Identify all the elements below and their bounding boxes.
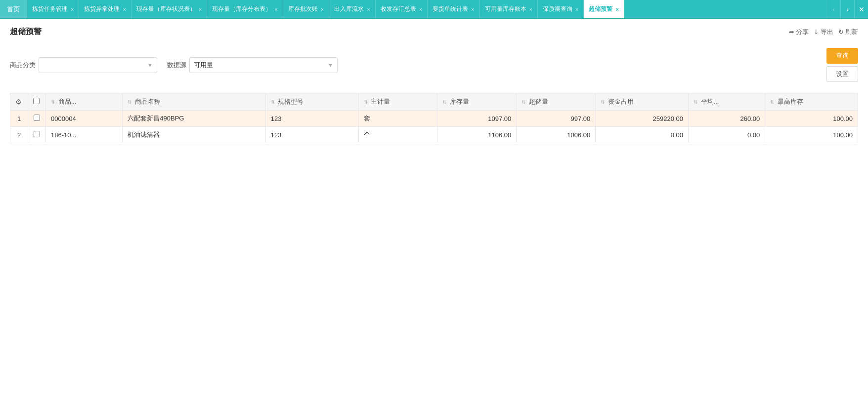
- cell-avg: 260.00: [688, 111, 765, 127]
- cell-name: 机油滤清器: [123, 127, 266, 143]
- row-num: 1: [10, 111, 28, 127]
- nav-tab-close[interactable]: ×: [615, 6, 618, 12]
- row-checkbox[interactable]: [34, 115, 40, 121]
- export-link[interactable]: ⇓ 导出: [814, 28, 833, 37]
- th-checkbox: [28, 93, 46, 111]
- category-label: 商品分类: [10, 61, 36, 70]
- cell-name: 六配套新昌490BPG: [123, 111, 266, 127]
- datasource-select[interactable]: 可用量 ▼: [189, 57, 338, 73]
- nav-tab-tab6[interactable]: 出入库流水×: [329, 0, 375, 19]
- cell-unit: 个: [358, 127, 437, 143]
- row-checkbox-cell: [28, 111, 46, 127]
- th-spec[interactable]: ⇅ 规格型号: [265, 93, 358, 111]
- export-label: 导出: [821, 28, 833, 37]
- nav-tab-close[interactable]: ×: [419, 6, 422, 12]
- th-spec-label: 规格型号: [278, 98, 304, 105]
- nav-tab-tab8[interactable]: 要货单统计表×: [428, 0, 479, 19]
- home-label: 首页: [7, 5, 20, 14]
- nav-tab-tab4[interactable]: 现存量（库存分布表）×: [207, 0, 283, 19]
- page-header: 超储预警 ➦ 分享 ⇓ 导出 ↻ 刷新: [10, 27, 858, 37]
- cell-max: 100.00: [765, 111, 858, 127]
- table-row: 2 186-10... 机油滤清器 123 个 1106.00 1006.00 …: [10, 127, 858, 143]
- top-nav: 首页 拣货任务管理×拣货异常处理×现存量（库存状况表）×现存量（库存分布表）×库…: [0, 0, 868, 19]
- nav-tab-label: 要货单统计表: [433, 5, 468, 13]
- th-code[interactable]: ⇅ 商品...: [46, 93, 123, 111]
- nav-tab-label: 库存批次账: [288, 5, 318, 13]
- share-link[interactable]: ➦ 分享: [789, 28, 809, 37]
- nav-tab-close[interactable]: ×: [274, 6, 277, 12]
- nav-expand-button[interactable]: ✕: [854, 0, 868, 19]
- nav-tab-close[interactable]: ×: [471, 6, 474, 12]
- cell-spec: 123: [265, 127, 358, 143]
- page-content: 超储预警 ➦ 分享 ⇓ 导出 ↻ 刷新 商品分类 ▼ 数据源: [0, 19, 868, 151]
- th-max[interactable]: ⇅ 最高库存: [765, 93, 858, 111]
- nav-tab-close[interactable]: ×: [367, 6, 370, 12]
- cell-stock: 1106.00: [437, 127, 517, 143]
- nav-tab-tab7[interactable]: 收发存汇总表×: [376, 0, 428, 19]
- column-settings-icon[interactable]: ⚙: [15, 98, 22, 106]
- cell-stock: 1097.00: [437, 111, 517, 127]
- table-body: 1 0000004 六配套新昌490BPG 123 套 1097.00 997.…: [10, 111, 858, 143]
- sort-capital-icon: ⇅: [601, 99, 605, 105]
- filter-row: 商品分类 ▼ 数据源 可用量 ▼ 查询 设置: [10, 44, 858, 86]
- nav-tab-label: 现存量（库存分布表）: [212, 5, 271, 13]
- settings-button[interactable]: 设置: [826, 66, 858, 82]
- row-checkbox[interactable]: [34, 131, 40, 137]
- th-stock[interactable]: ⇅ 库存量: [437, 93, 517, 111]
- nav-tab-close[interactable]: ×: [529, 6, 532, 12]
- filter-buttons: 查询 设置: [826, 48, 858, 82]
- cell-spec: 123: [265, 111, 358, 127]
- nav-tab-label: 收发存汇总表: [381, 5, 416, 13]
- nav-tab-tab11[interactable]: 超储预警×: [584, 0, 624, 19]
- th-avg-label: 平均...: [701, 98, 719, 105]
- nav-tab-label: 保质期查询: [543, 5, 572, 13]
- page-title: 超储预警: [10, 27, 42, 37]
- share-icon: ➦: [789, 28, 794, 36]
- nav-tab-close[interactable]: ×: [575, 6, 578, 12]
- nav-arrows: ‹ › ✕: [826, 0, 868, 19]
- category-select[interactable]: ▼: [39, 57, 157, 73]
- nav-tab-tab10[interactable]: 保质期查询×: [538, 0, 584, 19]
- header-actions: ➦ 分享 ⇓ 导出 ↻ 刷新: [789, 28, 858, 37]
- th-capital-label: 资金占用: [608, 98, 634, 105]
- cell-unit: 套: [358, 111, 437, 127]
- th-unit[interactable]: ⇅ 主计量: [358, 93, 437, 111]
- nav-tab-close[interactable]: ×: [123, 6, 126, 12]
- nav-tab-close[interactable]: ×: [199, 6, 202, 12]
- th-capital[interactable]: ⇅ 资金占用: [596, 93, 689, 111]
- sort-stock-icon: ⇅: [442, 99, 446, 105]
- row-num: 2: [10, 127, 28, 143]
- nav-home[interactable]: 首页: [0, 0, 27, 19]
- th-unit-label: 主计量: [371, 98, 390, 105]
- datasource-dropdown-icon: ▼: [328, 62, 333, 68]
- datasource-label: 数据源: [167, 61, 186, 70]
- share-label: 分享: [796, 28, 809, 37]
- nav-next-button[interactable]: ›: [840, 0, 854, 19]
- select-all-checkbox[interactable]: [33, 98, 40, 104]
- nav-tab-tab9[interactable]: 可用量库存账本×: [480, 0, 538, 19]
- nav-tab-label: 现存量（库存状况表）: [136, 5, 196, 13]
- cell-capital: 0.00: [596, 127, 689, 143]
- th-name[interactable]: ⇅ 商品名称: [123, 93, 266, 111]
- cell-capital: 259220.00: [596, 111, 689, 127]
- nav-tab-close[interactable]: ×: [71, 6, 74, 12]
- nav-tab-tab3[interactable]: 现存量（库存状况表）×: [131, 0, 207, 19]
- nav-tab-close[interactable]: ×: [321, 6, 324, 12]
- refresh-icon: ↻: [838, 28, 844, 36]
- data-table: ⚙ ⇅ 商品... ⇅ 商品名称 ⇅ 规格型号 ⇅: [10, 93, 858, 143]
- th-avg[interactable]: ⇅ 平均...: [688, 93, 765, 111]
- cell-over: 1006.00: [517, 127, 596, 143]
- nav-tab-tab1[interactable]: 拣货任务管理×: [27, 0, 79, 19]
- query-button[interactable]: 查询: [826, 48, 858, 64]
- nav-prev-button[interactable]: ‹: [826, 0, 840, 19]
- refresh-link[interactable]: ↻ 刷新: [838, 28, 858, 37]
- cell-code: 0000004: [46, 111, 123, 127]
- nav-tab-label: 拣货异常处理: [84, 5, 120, 13]
- sort-avg-icon: ⇅: [694, 99, 697, 105]
- nav-tab-tab2[interactable]: 拣货异常处理×: [79, 0, 131, 19]
- datasource-value: 可用量: [194, 61, 213, 70]
- nav-tab-label: 可用量库存账本: [485, 5, 526, 13]
- th-over[interactable]: ⇅ 超储量: [517, 93, 596, 111]
- nav-tab-tab5[interactable]: 库存批次账×: [283, 0, 329, 19]
- sort-name-icon: ⇅: [128, 99, 131, 105]
